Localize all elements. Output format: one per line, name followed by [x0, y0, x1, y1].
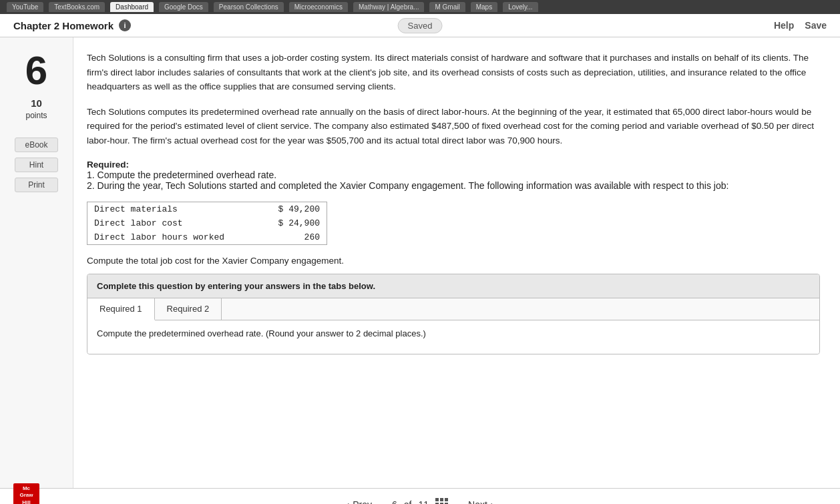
saved-badge: Saved	[398, 18, 443, 33]
browser-tab-6[interactable]: Microeconomics	[289, 2, 348, 12]
next-chevron-icon: ›	[491, 499, 494, 505]
required-item-2: 2. During the year, Tech Solutions start…	[87, 180, 728, 191]
logo-line-2: Graw	[17, 492, 36, 499]
grid-dot	[435, 498, 439, 501]
next-button[interactable]: Next ›	[468, 499, 493, 505]
current-page: 6	[392, 499, 397, 505]
print-link[interactable]: Print	[15, 178, 58, 192]
page-title: Chapter 2 Homework	[13, 20, 114, 31]
mcgrawhill-logo: Mc Graw Hill Education	[13, 483, 39, 504]
save-button[interactable]: Save	[805, 20, 827, 31]
prev-label: Prev	[353, 499, 372, 505]
answer-box-header: Complete this question by entering your …	[87, 274, 819, 298]
points-value: 10	[31, 97, 42, 109]
ebook-link[interactable]: eBook	[15, 138, 58, 152]
points-text: points	[25, 111, 47, 120]
browser-tab-4[interactable]: Google Docs	[159, 2, 208, 12]
table-row: Direct labor cost $ 24,900	[87, 216, 327, 230]
points-label: 10 points	[7, 96, 66, 121]
browser-tab-10[interactable]: Lovely...	[503, 2, 538, 12]
answer-box: Complete this question by entering your …	[87, 274, 820, 354]
table-cell-label-1: Direct materials	[87, 202, 260, 216]
grid-dot	[445, 498, 448, 501]
logo-line-1: Mc	[17, 485, 36, 492]
hint-link[interactable]: Hint	[15, 158, 58, 172]
sidebar-links: eBook Hint Print	[7, 138, 66, 192]
next-label: Next	[468, 499, 487, 505]
required-section: Required: 1. Compute the predetermined o…	[87, 159, 820, 191]
table-cell-value-1: $ 49,200	[260, 202, 327, 216]
tabs-row: Required 1 Required 2	[87, 298, 819, 320]
table-row: Direct labor hours worked 260	[87, 230, 327, 244]
logo-box: Mc Graw Hill Education	[13, 483, 39, 504]
top-bar: Chapter 2 Homework i Saved Help Save	[0, 14, 840, 37]
table-cell-label-3: Direct labor hours worked	[87, 230, 260, 244]
prev-chevron-icon: ‹	[347, 499, 350, 505]
required-label: Required:	[87, 160, 129, 170]
content-area: Tech Solutions is a consulting firm that…	[73, 37, 840, 488]
prev-button[interactable]: ‹ Prev	[347, 499, 372, 505]
compute-text: Compute the total job cost for the Xavie…	[87, 256, 820, 266]
browser-tab-5[interactable]: Pearson Collections	[214, 2, 284, 12]
bottom-nav: Mc Graw Hill Education ‹ Prev 6 of 11 Ne…	[0, 488, 840, 504]
browser-tab-2[interactable]: TextBooks.com	[49, 2, 105, 12]
browser-tab-8[interactable]: M Gmail	[429, 2, 465, 12]
job-table: Direct materials $ 49,200 Direct labor c…	[87, 202, 327, 244]
table-cell-value-2: $ 24,900	[260, 216, 327, 230]
page-info: 6 of 11	[392, 498, 448, 504]
main-layout: 6 10 points eBook Hint Print Tech Soluti…	[0, 37, 840, 488]
grid-dot	[440, 498, 443, 501]
problem-text-1: Tech Solutions is a consulting firm that…	[87, 51, 820, 94]
question-number: 6	[7, 51, 66, 91]
total-pages: 11	[418, 499, 429, 505]
tab-content: Compute the predetermined overhead rate.…	[87, 320, 819, 354]
tab-content-text: Compute the predetermined overhead rate.…	[97, 328, 426, 338]
left-sidebar: 6 10 points eBook Hint Print	[0, 37, 73, 488]
top-bar-right: Help Save	[774, 20, 827, 31]
top-bar-left: Chapter 2 Homework i	[13, 19, 131, 31]
help-button[interactable]: Help	[774, 20, 794, 31]
browser-tab-1[interactable]: YouTube	[7, 2, 43, 12]
browser-tab-active[interactable]: Dashboard	[110, 2, 154, 12]
info-icon[interactable]: i	[119, 19, 131, 31]
table-cell-value-3: 260	[260, 230, 327, 244]
problem-text-2: Tech Solutions computes its predetermine…	[87, 105, 820, 148]
grid-icon[interactable]	[435, 498, 448, 504]
job-data-table: Direct materials $ 49,200 Direct labor c…	[87, 202, 327, 245]
browser-tab-7[interactable]: Mathway | Algebra...	[353, 2, 424, 12]
table-cell-label-2: Direct labor cost	[87, 216, 260, 230]
tab-required-1[interactable]: Required 1	[87, 298, 155, 320]
table-row: Direct materials $ 49,200	[87, 202, 327, 216]
browser-tab-9[interactable]: Maps	[471, 2, 497, 12]
of-label: of	[404, 499, 412, 505]
browser-nav: YouTube TextBooks.com Dashboard Google D…	[0, 0, 840, 14]
logo-line-3: Hill	[17, 499, 36, 504]
required-item-1: 1. Compute the predetermined overhead ra…	[87, 170, 276, 180]
tab-required-2[interactable]: Required 2	[155, 298, 222, 320]
